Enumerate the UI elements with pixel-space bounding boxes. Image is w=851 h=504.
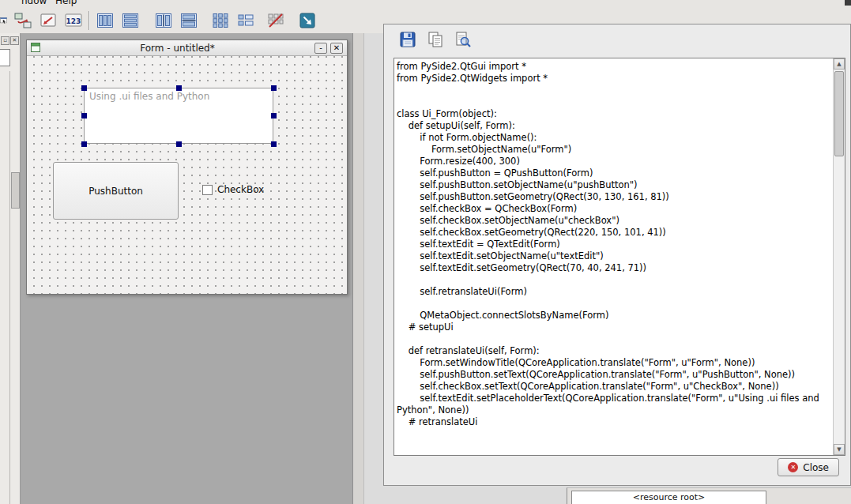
mdi-scroll-strip[interactable]	[352, 33, 364, 504]
save-icon[interactable]	[398, 30, 417, 49]
selection-handle[interactable]	[271, 141, 277, 147]
toolbar-separator	[88, 11, 90, 30]
edit-widgets-icon[interactable]	[0, 10, 8, 31]
textedit-widget[interactable]: Using .ui files and Python	[84, 88, 273, 144]
scroll-up-icon[interactable]: ▲	[834, 58, 845, 70]
find-icon[interactable]	[454, 30, 473, 49]
form-titlebar[interactable]: Form - untitled* - ✕	[27, 40, 347, 56]
textedit-placeholder: Using .ui files and Python	[89, 91, 209, 102]
code-text[interactable]: from PySide2.QtGui import * from PySide2…	[394, 58, 833, 455]
dock-float-icon[interactable]: ▫	[1, 36, 9, 45]
checkbox-widget[interactable]: CheckBox	[202, 184, 264, 195]
code-scrollbar-thumb[interactable]	[834, 71, 844, 156]
edit-buddies-icon[interactable]	[38, 10, 58, 31]
adjust-size-icon[interactable]	[297, 10, 318, 31]
dock-close-icon[interactable]: ✕	[10, 36, 19, 45]
scroll-down-icon[interactable]: ▼	[834, 444, 845, 455]
layout-grid-icon[interactable]	[210, 10, 231, 31]
menubar: ndow Help	[0, 0, 371, 7]
close-x-icon: ✕	[788, 462, 798, 472]
selection-handle[interactable]	[81, 85, 87, 91]
panel-divider	[9, 71, 10, 504]
selection-handle[interactable]	[176, 141, 182, 147]
resource-root-item[interactable]: <resource root>	[571, 491, 766, 504]
form-window-icon	[31, 40, 40, 55]
widgetbox-panel: ▫ ✕	[0, 33, 21, 504]
selection-handle[interactable]	[81, 141, 87, 147]
dialog-close-button[interactable]: ✕ Close	[778, 458, 839, 476]
layout-horizontal-icon[interactable]	[95, 10, 115, 31]
pushbutton-widget[interactable]: PushButton	[53, 162, 179, 220]
close-button[interactable]: ✕	[330, 43, 343, 54]
edit-signals-icon[interactable]	[13, 10, 33, 31]
copy-icon[interactable]	[426, 30, 445, 49]
code-scrollbar[interactable]: ▲ ▼	[833, 58, 845, 455]
menu-window[interactable]: ndow	[21, 0, 47, 6]
selection-handle[interactable]	[81, 113, 87, 118]
checkbox-label: CheckBox	[217, 184, 264, 195]
close-button-label: Close	[803, 462, 829, 473]
menu-help[interactable]: Help	[55, 0, 77, 6]
designer-screen: ndow Help 123	[0, 0, 851, 504]
selection-handle[interactable]	[271, 113, 277, 118]
selection-handle[interactable]	[176, 85, 182, 91]
layout-splitter-horizontal-icon[interactable]	[153, 10, 174, 31]
form-canvas[interactable]: Using .ui files and Python PushButton Ch…	[27, 56, 347, 294]
resource-panel: <resource root>	[567, 487, 851, 504]
tab-order-label: 123	[66, 17, 81, 24]
panel-scrollbar-thumb[interactable]	[11, 172, 20, 209]
layout-form-icon[interactable]	[235, 10, 256, 31]
main-toolbar: 123	[0, 7, 371, 33]
minimize-button[interactable]: -	[314, 43, 327, 54]
break-layout-icon[interactable]	[265, 10, 286, 31]
layout-vertical-icon[interactable]	[120, 10, 141, 31]
selection-handle[interactable]	[271, 85, 277, 91]
layout-splitter-vertical-icon[interactable]	[179, 10, 199, 31]
dialog-toolbar	[398, 30, 473, 49]
form-editor-window: Form - untitled* - ✕ Using .ui files and…	[26, 39, 348, 295]
window-corner-fragment	[845, 0, 851, 6]
tab-order-icon[interactable]: 123	[63, 10, 84, 31]
checkbox-indicator[interactable]	[202, 185, 213, 195]
filter-input[interactable]	[0, 49, 10, 66]
code-view[interactable]: from PySide2.QtGui import * from PySide2…	[393, 58, 845, 456]
code-preview-dialog: from PySide2.QtGui import * from PySide2…	[383, 24, 851, 486]
form-window-title: Form - untitled*	[43, 43, 311, 54]
